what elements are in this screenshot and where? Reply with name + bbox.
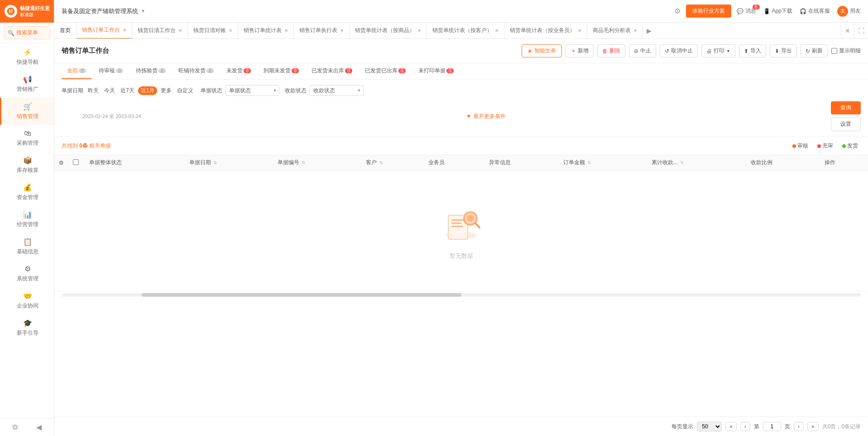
tab-scroll-right[interactable]: ▶ xyxy=(643,27,655,34)
tab-product-margin[interactable]: 商品毛利分析表 ✕ xyxy=(587,23,643,39)
select-all-checkbox[interactable] xyxy=(73,159,79,165)
sidebar-item-purchase[interactable]: 🛍 采购管理 xyxy=(0,125,54,152)
last-page-button[interactable]: » xyxy=(807,422,819,431)
filter-status-select[interactable]: 单据状态 xyxy=(225,85,279,96)
filter-date-yesterday[interactable]: 昨天 xyxy=(86,86,101,95)
filter-date-custom[interactable]: 自定义 xyxy=(175,86,195,95)
scroll-track[interactable] xyxy=(62,293,861,297)
tab-cash-daily-close[interactable]: ✕ xyxy=(178,28,182,33)
sidebar-settings-button[interactable]: ⚙ xyxy=(5,423,25,431)
tab-maximize[interactable]: ⛶ xyxy=(854,23,868,39)
ship-action-button[interactable]: 发货 xyxy=(839,141,861,151)
filter-date-1month[interactable]: 近1月 xyxy=(138,86,158,95)
tab-product-margin-close[interactable]: ✕ xyxy=(633,28,637,33)
sub-tab-not-printed[interactable]: 未打印单据0 xyxy=(413,63,459,79)
void-action-button[interactable]: 充审 xyxy=(815,141,836,151)
sub-tab-shipped-out[interactable]: 已发货已出库0 xyxy=(360,63,411,79)
sub-tab-pending-inspect[interactable]: 待拣验货0 xyxy=(130,63,171,79)
suspend-button[interactable]: ⊘ 中止 xyxy=(629,44,656,57)
sub-tab-shipped-not-out[interactable]: 已发货未出库0 xyxy=(306,63,358,79)
tab-sales-stats-customer[interactable]: 销货单统计表（按客户） ✕ xyxy=(427,23,504,39)
number-sort-icon[interactable]: ⇅ xyxy=(302,160,305,165)
th-date[interactable]: 单据日期 ⇅ xyxy=(185,155,273,171)
tab-sales-stats-product[interactable]: 销货单统计表（按商品） ✕ xyxy=(350,23,427,39)
app-download-button[interactable]: 📱 App下载 xyxy=(763,7,792,15)
filter-date-more[interactable]: 更多 xyxy=(159,86,173,95)
show-detail-checkbox[interactable] xyxy=(831,48,837,54)
tab-home[interactable]: 首页 xyxy=(54,23,77,39)
sidebar-item-enterprise[interactable]: 🤝 企业协同 xyxy=(0,287,54,314)
tab-sales-stats-customer-close[interactable]: ✕ xyxy=(495,28,499,33)
tab-sales-stats-product-close[interactable]: ✕ xyxy=(417,28,421,33)
filter-payment-select[interactable]: 收款状态 xyxy=(309,85,364,96)
th-amount[interactable]: 订单金额 ⇅ xyxy=(559,155,647,171)
sub-tab-not-shipped[interactable]: 未发货0 xyxy=(221,63,256,79)
tab-sales-stats-staff[interactable]: 销货单统计表（按业务员） ✕ xyxy=(504,23,587,39)
sub-tab-overdue-not-shipped[interactable]: 到期未发货0 xyxy=(258,63,304,79)
sidebar-item-inventory[interactable]: 📦 库存核算 xyxy=(0,152,54,179)
scroll-thumb[interactable] xyxy=(142,293,461,297)
filter-settings-button[interactable]: 设置 xyxy=(831,117,861,131)
export-button[interactable]: ⬇ 导出 xyxy=(770,44,797,57)
tab-cash-daily[interactable]: 钱货日清工作台 ✕ xyxy=(132,23,188,39)
industry-solution-button[interactable]: 体验行业方案 xyxy=(686,5,731,18)
filter-date-7days[interactable]: 近7天 xyxy=(119,86,136,95)
tab-sales-stats-staff-close[interactable]: ✕ xyxy=(578,28,581,33)
print-button[interactable]: 🖨 打印 ▼ xyxy=(701,44,735,57)
sub-tab-wangpu-pending[interactable]: 旺铺待发货0 xyxy=(173,63,219,79)
tab-sales-stats[interactable]: 销售订单统计表 ✕ xyxy=(238,23,294,39)
prev-page-button[interactable]: ‹ xyxy=(740,422,750,431)
amount-sort-icon[interactable]: ⇅ xyxy=(587,160,591,165)
add-button[interactable]: ＋ 新增 xyxy=(566,44,594,57)
collected-sort-icon[interactable]: ⇅ xyxy=(680,160,684,165)
th-customer[interactable]: 客户 ⇅ xyxy=(361,155,424,171)
per-page-select[interactable]: 50 100 200 xyxy=(697,422,722,431)
show-detail-toggle[interactable]: 显示明细 xyxy=(831,47,861,55)
online-service-button[interactable]: 🎧 在线客服 xyxy=(800,7,830,15)
search-menu-button[interactable]: 🔍 搜索菜单 xyxy=(4,26,50,39)
sidebar-item-marketing[interactable]: 📢 营销推广 xyxy=(0,71,54,98)
th-number[interactable]: 单据编号 ⇅ xyxy=(273,155,361,171)
smart-create-button[interactable]: ★ 智能生单 xyxy=(522,44,562,57)
tab-sales-exec-close[interactable]: ✕ xyxy=(340,28,344,33)
sub-tab-all[interactable]: 全部0 xyxy=(62,63,91,79)
sub-tab-pending-review[interactable]: 待审核0 xyxy=(93,63,129,79)
topbar-gear-icon[interactable]: ⚙ xyxy=(674,7,681,15)
customer-sort-icon[interactable]: ⇅ xyxy=(379,160,383,165)
tab-sales-exec[interactable]: 销售订单执行表 ✕ xyxy=(294,23,350,39)
sidebar-item-sales[interactable]: 🛒 销售管理 xyxy=(0,98,54,125)
first-page-button[interactable]: « xyxy=(725,422,737,431)
cancel-suspend-button[interactable]: ↺ 取消中止 xyxy=(660,44,698,57)
delete-button[interactable]: 🗑 删除 xyxy=(597,44,625,57)
query-button[interactable]: 查询 xyxy=(831,101,861,114)
tab-sales-stats-close[interactable]: ✕ xyxy=(284,28,288,33)
marketing-label: 营销推广 xyxy=(17,85,38,93)
sidebar-item-base-info[interactable]: 📋 基础信息 xyxy=(0,233,54,260)
tab-sales-workdesk[interactable]: 销售订单工作台 ✕ xyxy=(77,23,132,39)
tab-cash-reconcile-close[interactable]: ✕ xyxy=(229,28,232,33)
import-button[interactable]: ⬆ 导入 xyxy=(739,44,766,57)
refresh-button[interactable]: ↻ 刷新 xyxy=(801,44,828,57)
user-info[interactable]: 友 用友 xyxy=(837,6,861,17)
th-staff[interactable]: 业务员 xyxy=(424,155,484,171)
th-checkbox[interactable] xyxy=(68,155,85,171)
next-page-button[interactable]: › xyxy=(794,422,804,431)
page-number-input[interactable] xyxy=(763,422,781,431)
sidebar-item-guide[interactable]: 🎓 新手引导 xyxy=(0,314,54,341)
date-sort-icon[interactable]: ⇅ xyxy=(213,160,217,165)
sidebar-item-system[interactable]: ⚙ 系统管理 xyxy=(0,260,54,287)
audit-action-button[interactable]: 审核 xyxy=(790,141,811,151)
tab-sales-workdesk-close[interactable]: ✕ xyxy=(123,28,126,33)
sidebar-item-quick-nav[interactable]: ⚡ 快捷导航 xyxy=(0,43,54,71)
sidebar-item-operations[interactable]: 📊 经营管理 xyxy=(0,206,54,233)
sidebar-item-finance[interactable]: 💰 资金管理 xyxy=(0,179,54,206)
filter-expand-button[interactable]: ▼ 展开更多条件 xyxy=(466,113,506,120)
sidebar-search-section: 🔍 搜索菜单 xyxy=(0,23,54,43)
message-button[interactable]: 💬 消息 6 xyxy=(737,7,756,15)
filter-date-today[interactable]: 今天 xyxy=(102,86,117,95)
tab-cash-reconcile[interactable]: 钱货日清对账 ✕ xyxy=(188,23,238,39)
th-setting[interactable]: ⚙ xyxy=(54,155,68,171)
th-collected[interactable]: 累计收款... ⇅ xyxy=(647,155,746,171)
tab-close-all[interactable]: ✕ xyxy=(841,23,854,39)
sidebar-collapse-button[interactable]: ◀ xyxy=(29,423,50,431)
